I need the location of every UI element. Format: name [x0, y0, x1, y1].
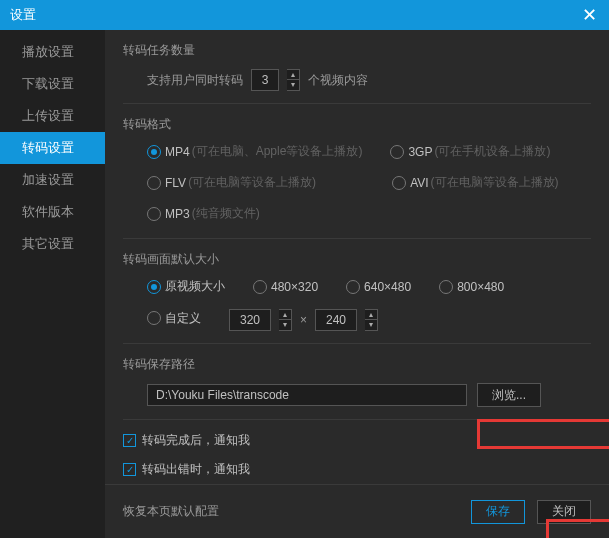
radio-icon: [147, 176, 161, 190]
browse-button[interactable]: 浏览...: [477, 383, 541, 407]
size-option-640x480[interactable]: 640×480: [346, 280, 411, 294]
size-title: 转码画面默认大小: [123, 251, 591, 268]
section-format: 转码格式 MP4 (可在电脑、Apple等设备上播放) 3GP (可在手机设备上…: [123, 116, 591, 239]
sidebar-item-play[interactable]: 播放设置: [0, 36, 105, 68]
sidebar-item-transcode[interactable]: 转码设置: [0, 132, 105, 164]
format-title: 转码格式: [123, 116, 591, 133]
sidebar-item-upload[interactable]: 上传设置: [0, 100, 105, 132]
content-pane: 转码任务数量 支持用户同时转码 3 ▴▾ 个视频内容 转码格式 MP4 (可在电…: [105, 30, 609, 538]
chevron-up-icon[interactable]: ▴: [279, 310, 291, 320]
radio-icon: [147, 145, 161, 159]
radio-icon: [439, 280, 453, 294]
format-option-3gp[interactable]: 3GP (可在手机设备上播放): [390, 143, 550, 160]
section-size: 转码画面默认大小 原视频大小 480×320 640×480: [123, 251, 591, 344]
format-option-avi[interactable]: AVI (可在电脑等设备上播放): [392, 174, 558, 191]
titlebar: 设置 ✕: [0, 0, 609, 30]
custom-width-spinner[interactable]: ▴▾: [279, 309, 292, 331]
tasks-prefix: 支持用户同时转码: [147, 72, 243, 89]
radio-icon: [147, 280, 161, 294]
sidebar-item-version[interactable]: 软件版本: [0, 196, 105, 228]
window-title: 设置: [10, 6, 36, 24]
sidebar-item-accelerate[interactable]: 加速设置: [0, 164, 105, 196]
section-tasks: 转码任务数量 支持用户同时转码 3 ▴▾ 个视频内容: [123, 42, 591, 104]
times-label: ×: [300, 313, 307, 327]
chevron-down-icon[interactable]: ▾: [365, 320, 377, 330]
tasks-count-input[interactable]: 3: [251, 69, 279, 91]
tasks-title: 转码任务数量: [123, 42, 591, 59]
path-input[interactable]: D:\Youku Files\transcode: [147, 384, 467, 406]
radio-icon: [147, 207, 161, 221]
section-path: 转码保存路径 D:\Youku Files\transcode 浏览...: [123, 356, 591, 420]
check-notify-done[interactable]: 转码完成后，通知我: [123, 432, 250, 449]
custom-width-input[interactable]: 320: [229, 309, 271, 331]
sidebar-item-other[interactable]: 其它设置: [0, 228, 105, 260]
close-icon[interactable]: ✕: [579, 4, 599, 26]
tasks-count-spinner[interactable]: ▴▾: [287, 69, 300, 91]
path-title: 转码保存路径: [123, 356, 591, 373]
footer: 恢复本页默认配置 保存 关闭: [105, 484, 609, 538]
custom-height-input[interactable]: 240: [315, 309, 357, 331]
checkbox-icon: [123, 463, 136, 476]
radio-icon: [253, 280, 267, 294]
sidebar: 播放设置 下载设置 上传设置 转码设置 加速设置 软件版本 其它设置: [0, 30, 105, 538]
radio-icon: [392, 176, 406, 190]
size-option-480x320[interactable]: 480×320: [253, 280, 318, 294]
checkbox-icon: [123, 434, 136, 447]
sidebar-item-download[interactable]: 下载设置: [0, 68, 105, 100]
custom-height-spinner[interactable]: ▴▾: [365, 309, 378, 331]
size-option-800x480[interactable]: 800×480: [439, 280, 504, 294]
radio-icon: [346, 280, 360, 294]
chevron-down-icon[interactable]: ▾: [279, 320, 291, 330]
save-button[interactable]: 保存: [471, 500, 525, 524]
chevron-up-icon[interactable]: ▴: [365, 310, 377, 320]
format-option-mp3[interactable]: MP3 (纯音频文件): [147, 205, 260, 222]
format-option-mp4[interactable]: MP4 (可在电脑、Apple等设备上播放): [147, 143, 362, 160]
radio-icon: [390, 145, 404, 159]
format-option-flv[interactable]: FLV (可在电脑等设备上播放): [147, 174, 316, 191]
chevron-down-icon[interactable]: ▾: [287, 80, 299, 90]
radio-icon: [147, 311, 161, 325]
close-button[interactable]: 关闭: [537, 500, 591, 524]
size-option-original[interactable]: 原视频大小: [147, 278, 225, 295]
size-option-custom[interactable]: 自定义: [147, 310, 201, 327]
check-notify-error[interactable]: 转码出错时，通知我: [123, 461, 250, 478]
chevron-up-icon[interactable]: ▴: [287, 70, 299, 80]
tasks-suffix: 个视频内容: [308, 72, 368, 89]
reset-defaults-link[interactable]: 恢复本页默认配置: [123, 503, 219, 520]
